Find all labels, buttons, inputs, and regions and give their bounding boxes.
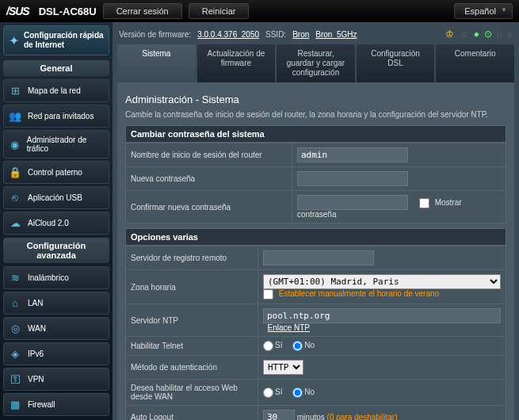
sidebar-item-label: VPN <box>28 375 44 384</box>
usb-icon: ⎋ <box>9 192 21 204</box>
auth-select[interactable]: HTTP <box>263 360 303 375</box>
wan-no[interactable] <box>292 388 303 398</box>
sidebar-item-guest[interactable]: 👥Red para invitados <box>3 105 109 128</box>
autologout-note: (0 para deshabilitar) <box>327 413 398 420</box>
sidebar-item-label: Mapa de la red <box>28 86 81 95</box>
telnet-label: Habilitar Telnet <box>126 337 258 356</box>
remotelog-label: Servidor de registro remoto <box>126 246 258 270</box>
telnet-no[interactable] <box>292 341 303 351</box>
tab-feedback[interactable]: Comentario <box>436 44 514 82</box>
ssid-label: SSID: <box>265 30 286 39</box>
section-advanced: Configuración avanzada <box>3 238 109 263</box>
sidebar-item-ipv6[interactable]: ◈IPv6 <box>3 342 109 365</box>
tz-select[interactable]: (GMT+01:00) Madrid, Paris <box>263 274 501 289</box>
section-general: General <box>3 60 109 76</box>
section-password-header: Cambiar contraseña del sistema <box>125 125 506 143</box>
ntp-label: Servidor NTP <box>126 304 258 337</box>
tab-bar: Sistema Actualización de firmware Restau… <box>117 44 514 82</box>
panel: Administración - Sistema Cambie la contr… <box>117 82 514 420</box>
remotelog-input[interactable] <box>263 250 374 265</box>
sidebar-item-label: Administrador de tráfico <box>27 136 104 153</box>
autologout-input[interactable] <box>263 410 295 420</box>
sidebar-item-label: Firewall <box>28 400 55 409</box>
quick-setup-label: Configuración rápida de Internet <box>24 31 104 50</box>
fw-version-link[interactable]: 3.0.0.4.376_2050 <box>197 30 259 39</box>
lock-icon: 🔒 <box>9 166 21 178</box>
autologout-unit: minutos <box>297 413 325 420</box>
dst-checkbox[interactable] <box>263 289 273 300</box>
fw-label: Versión de firmware: <box>119 30 191 39</box>
info-bar: Versión de firmware: 3.0.0.4.376_2050 SS… <box>117 25 514 43</box>
sidebar-item-label: AiCloud 2.0 <box>28 219 69 227</box>
brand-logo: /SUS <box>6 5 29 17</box>
model-name: DSL-AC68U <box>39 6 97 17</box>
gauge-icon: ◉ <box>9 139 21 151</box>
quick-setup-button[interactable]: ✦ Configuración rápida de Internet <box>3 25 109 55</box>
sidebar: ✦ Configuración rápida de Internet Gener… <box>0 22 113 420</box>
topbar: /SUS DSL-AC68U Cerrar sesión Reiniciar E… <box>0 0 519 22</box>
newpw-input[interactable] <box>297 171 408 186</box>
telnet-yes[interactable] <box>263 341 273 351</box>
sidebar-item-wireless[interactable]: ≋Inalámbrico <box>3 266 109 289</box>
confirmpw-input[interactable] <box>297 195 408 210</box>
tab-dsl[interactable]: Configuración DSL <box>357 44 435 82</box>
showpw-checkbox[interactable] <box>419 198 429 208</box>
newpw-label: Nueva contraseña <box>126 167 292 191</box>
usb-status-icon[interactable]: ⎍ <box>497 29 502 40</box>
confirmpw-label: Confirmar nueva contraseña <box>126 191 292 223</box>
wanaccess-label: Desea habilitar el acceso Web desde WAN <box>126 380 258 406</box>
tab-firmware[interactable]: Actualización de firmware <box>197 44 276 82</box>
cloud-icon: ☁ <box>9 217 21 229</box>
ntp-input[interactable] <box>263 308 501 323</box>
home-icon: ⌂ <box>9 297 21 309</box>
ipv6-icon: ◈ <box>9 348 21 360</box>
auth-label: Método de autenticación <box>126 356 258 380</box>
page-desc: Cambie la contraseña de inicio de sesión… <box>125 110 506 119</box>
login-label: Nombre de inicio de sesión del router <box>126 143 292 167</box>
ssid-1[interactable]: Bron <box>292 30 309 39</box>
wifi-status-icon[interactable]: ⊙ <box>484 29 492 40</box>
sidebar-item-aicloud[interactable]: ☁AiCloud 2.0 <box>3 212 109 235</box>
language-select[interactable]: Español <box>454 3 513 19</box>
section-misc-header: Opciones varias <box>125 228 506 246</box>
wand-icon: ✦ <box>9 33 19 48</box>
logout-button[interactable]: Cerrar sesión <box>103 3 182 19</box>
sidebar-item-network-map[interactable]: ⊞Mapa de la red <box>3 79 109 102</box>
sidebar-item-label: Red para invitados <box>28 112 93 120</box>
vpn-icon: ⚿ <box>9 373 21 385</box>
sidebar-item-usb[interactable]: ⎋Aplicación USB <box>3 186 109 209</box>
login-input[interactable] <box>297 147 408 162</box>
sidebar-item-traffic[interactable]: ◉Administrador de tráfico <box>3 130 109 158</box>
page-title: Administración - Sistema <box>125 94 506 105</box>
sidebar-item-label: Inalámbrico <box>28 273 69 282</box>
trophy-icon[interactable]: ♔ <box>445 29 454 40</box>
sidebar-item-wan[interactable]: ◎WAN <box>3 317 109 340</box>
globe-icon: ◎ <box>9 323 21 334</box>
person-icon[interactable]: ☺ <box>459 29 468 40</box>
ntp-link[interactable]: Enlace NTP <box>268 323 310 332</box>
sidebar-item-firewall[interactable]: ▦Firewall <box>3 393 109 416</box>
sidebar-item-lan[interactable]: ⌂LAN <box>3 292 109 315</box>
main-content: Versión de firmware: 3.0.0.4.376_2050 SS… <box>113 22 519 420</box>
dsl-status-icon[interactable]: ● <box>474 29 479 40</box>
password-table: Nombre de inicio de sesión del router Nu… <box>125 143 506 223</box>
reboot-button[interactable]: Reiniciar <box>189 3 250 19</box>
tz-label: Zona horaria <box>126 270 258 304</box>
dst-label: Establecer manualmente el horario de ver… <box>279 289 439 298</box>
sidebar-item-label: LAN <box>28 299 43 307</box>
sidebar-item-label: IPv6 <box>28 349 44 358</box>
tab-restore[interactable]: Restaurar, guardar y cargar configuració… <box>277 44 355 82</box>
misc-table: Servidor de registro remoto Zona horaria… <box>125 246 506 420</box>
wan-yes[interactable] <box>263 388 273 398</box>
sidebar-item-parental[interactable]: 🔒Control paterno <box>3 161 109 184</box>
status-icons: ♔ ☺ ● ⊙ ⎍ ⟐ <box>445 29 513 40</box>
tab-system[interactable]: Sistema <box>117 44 196 82</box>
users-icon: 👥 <box>9 110 21 122</box>
ssid-2[interactable]: Bron_5GHz <box>315 30 357 39</box>
link-status-icon[interactable]: ⟐ <box>507 29 513 40</box>
sidebar-item-label: WAN <box>28 324 46 333</box>
firewall-icon: ▦ <box>9 399 21 410</box>
autologout-label: Auto Logout <box>126 406 258 421</box>
sidebar-item-vpn[interactable]: ⚿VPN <box>3 368 109 391</box>
sidebar-item-label: Control paterno <box>28 168 82 177</box>
